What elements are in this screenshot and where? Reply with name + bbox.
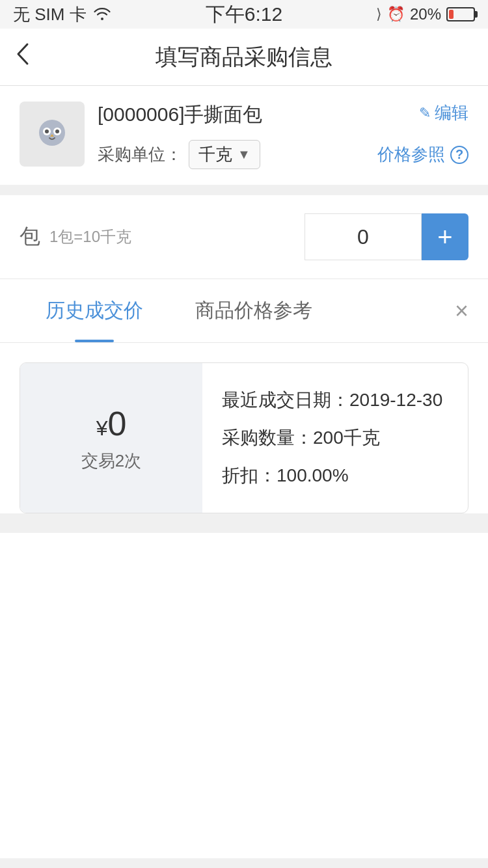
tab-product-price-ref[interactable]: 商品价格参考	[169, 279, 338, 342]
edit-label: 编辑	[435, 102, 468, 124]
svg-point-3	[45, 129, 49, 133]
quantity-row: 包 1包=10千克 0 +	[0, 195, 488, 279]
qty-plus-button[interactable]: +	[422, 213, 468, 260]
discount-value: 100.00%	[277, 465, 349, 485]
history-price-symbol: ¥	[96, 416, 108, 440]
purchase-qty-label: 采购数量：	[222, 427, 313, 448]
tab-history-label: 历史成交价	[46, 299, 143, 321]
nav-bar: 填写商品采购信息	[0, 29, 488, 86]
qty-value: 0	[357, 225, 369, 249]
status-left: 无 SIM 卡	[13, 3, 111, 26]
svg-point-4	[55, 129, 59, 133]
qty-plus-icon: +	[437, 223, 452, 252]
unit-select-value: 千克	[198, 143, 232, 166]
recent-date-value: 2019-12-30	[349, 390, 442, 410]
history-discount-row: 折扣：100.00%	[222, 462, 448, 489]
edit-icon: ✎	[419, 105, 431, 122]
unit-select-arrow-icon: ▼	[237, 147, 251, 162]
status-right: ⟩ ⏰ 20%	[376, 5, 475, 23]
location-icon: ⟩	[376, 6, 382, 23]
product-thumbnail	[20, 102, 85, 167]
tab-history-price[interactable]: 历史成交价	[20, 279, 169, 342]
qty-unit-label: 包	[20, 223, 40, 251]
history-recent-date-row: 最近成交日期：2019-12-30	[222, 387, 448, 414]
product-card: [0000006]手撕面包 ✎ 编辑 采购单位： 千克 ▼ 价格参照	[0, 86, 488, 185]
status-time: 下午6:12	[206, 1, 282, 28]
recent-date-label: 最近成交日期：	[222, 390, 349, 410]
history-price-section: ¥0 交易2次	[20, 363, 202, 513]
back-button[interactable]	[16, 42, 30, 72]
tab-header: 历史成交价 商品价格参考 ×	[0, 279, 488, 343]
wifi-icon	[93, 5, 111, 25]
alarm-icon: ⏰	[387, 6, 405, 23]
tab-panel: 历史成交价 商品价格参考 × ¥0 交易2次 最近成交日期：2019-12-30…	[0, 279, 488, 513]
battery-percent: 20%	[410, 5, 441, 23]
history-purchase-qty-row: 采购数量：200千克	[222, 424, 448, 452]
section-divider	[0, 185, 488, 195]
product-info: [0000006]手撕面包 ✎ 编辑 采购单位： 千克 ▼ 价格参照	[98, 102, 468, 169]
edit-button[interactable]: ✎ 编辑	[419, 102, 468, 124]
history-price-value: ¥0	[96, 404, 127, 443]
qty-controls: 0 +	[305, 213, 468, 260]
discount-label: 折扣：	[222, 465, 277, 485]
price-ref-label: 价格参照	[377, 143, 445, 166]
tab-product-ref-label: 商品价格参考	[195, 299, 312, 321]
price-ref-help-icon: ?	[450, 146, 468, 164]
battery-icon	[446, 7, 475, 21]
unit-select[interactable]: 千克 ▼	[189, 140, 260, 169]
content-area	[0, 533, 488, 858]
qty-input[interactable]: 0	[305, 213, 422, 260]
unit-label: 采购单位：	[98, 143, 182, 166]
svg-point-0	[39, 120, 65, 146]
history-trade-count: 交易2次	[81, 450, 141, 472]
status-bar: 无 SIM 卡 下午6:12 ⟩ ⏰ 20%	[0, 0, 488, 29]
page-title: 填写商品采购信息	[156, 42, 332, 72]
purchase-qty-value: 200千克	[313, 427, 380, 448]
qty-ratio: 1包=10千克	[49, 226, 131, 247]
history-card: ¥0 交易2次 最近成交日期：2019-12-30 采购数量：200千克 折扣：…	[20, 362, 468, 513]
product-name: [0000006]手撕面包	[98, 102, 419, 128]
carrier-text: 无 SIM 卡	[13, 3, 87, 26]
tab-close-button[interactable]: ×	[455, 299, 468, 323]
history-detail-section: 最近成交日期：2019-12-30 采购数量：200千克 折扣：100.00%	[202, 363, 468, 513]
price-ref-button[interactable]: 价格参照 ?	[377, 143, 468, 166]
